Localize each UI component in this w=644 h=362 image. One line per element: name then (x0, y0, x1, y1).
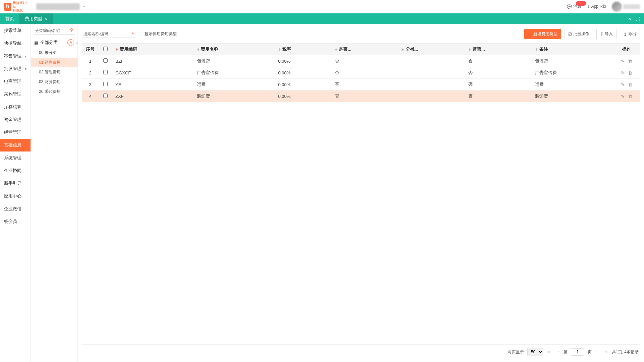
import-icon: ↧ (600, 32, 603, 37)
edit-icon[interactable]: ✎ (621, 94, 625, 99)
logo-icon: b (4, 3, 11, 11)
sidebar-item[interactable]: 经营管理 (0, 126, 31, 139)
collapse-panel-icon[interactable]: « (76, 41, 78, 45)
col-code[interactable]: ▲▼费用编码 (112, 44, 194, 55)
pagination: 每页显示 50 ⇤ ‹ 第 页 › ⇥ 共1页, 4条记录 (82, 344, 640, 359)
show-disabled-checkbox[interactable]: 显示停用费用类型 (139, 31, 177, 37)
col-remark[interactable]: ▲▼备注 (532, 44, 613, 55)
app-download-link[interactable]: ⤓ App下载 (587, 4, 606, 9)
table-row[interactable]: 2 GGXCF 广告宣传费 0.00% 否 否 广告宣传费 ✎ 🗑 (82, 67, 640, 79)
category-item[interactable]: 00 未分类 (31, 48, 77, 58)
table-row[interactable]: 4 ZXF 装卸费 0.00% 否 否 装卸费 ✎ 🗑 (82, 90, 640, 102)
export-icon: ↥ (624, 32, 627, 37)
chevron-down-icon: ▾ (83, 5, 85, 8)
search-input[interactable] (82, 30, 136, 38)
tab-close-button[interactable]: ✕ (628, 16, 632, 21)
expense-type-table: 序号 ▲▼费用编码 ▲▼费用名称 ▲▼税率 ▲▼是否... ▲▼分摊... ▲▼… (82, 44, 640, 102)
category-panel: ⚲ ▦ 全部分类 ✎ « 00 未分类01 销售费用02 管理费用03 财务费用… (31, 24, 78, 362)
col-rate[interactable]: ▲▼税率 (275, 44, 331, 55)
main-panel: ⚲ 显示停用费用类型 ＋ 新增费用类型 ☑ 批量操作 ↧ 导入 (78, 24, 644, 362)
tab-home[interactable]: 首页 (0, 13, 19, 24)
row-checkbox[interactable] (103, 82, 108, 86)
row-checkbox[interactable] (103, 94, 108, 98)
col-flag1[interactable]: ▲▼是否... (331, 44, 398, 55)
edit-category-button[interactable]: ✎ (67, 39, 74, 46)
per-page-label: 每页显示 (508, 349, 524, 355)
user-menu[interactable] (612, 2, 640, 12)
sidebar-item[interactable]: 电商管理 (0, 75, 31, 88)
delete-icon[interactable]: 🗑 (628, 94, 632, 99)
select-all-checkbox[interactable] (103, 47, 108, 51)
search-icon[interactable]: ⚲ (131, 31, 135, 36)
grid-icon: ▦ (34, 40, 38, 45)
sidebar-item[interactable]: 快捷导航 (0, 37, 31, 50)
batch-operate-button[interactable]: ☑ 批量操作 (565, 29, 593, 39)
logo: b 畅捷通好生意 标准版 (4, 1, 31, 12)
toolbar: ⚲ 显示停用费用类型 ＋ 新增费用类型 ☑ 批量操作 ↧ 导入 (82, 27, 640, 43)
plus-icon: ＋ (528, 31, 532, 37)
row-checkbox[interactable] (103, 58, 108, 63)
category-item[interactable]: 03 财务费用 (31, 77, 77, 87)
last-page-button[interactable]: ⇥ (602, 350, 608, 354)
col-name[interactable]: ▲▼费用名称 (194, 44, 275, 55)
messages-link[interactable]: 💬 消息 99 + (567, 4, 581, 9)
category-item[interactable]: 20 采购费用 (31, 87, 77, 97)
export-button[interactable]: ↥ 导出 (620, 29, 640, 39)
import-button[interactable]: ↧ 导入 (596, 29, 616, 39)
top-header: b 畅捷通好生意 标准版 ▾ 💬 消息 99 + ⤓ App下载 (0, 0, 644, 13)
tabs-bar: 首页 费用类型 ✕ ✕ ⛶ (0, 13, 644, 24)
sidebar-item[interactable]: 畅会员 (0, 215, 31, 228)
prev-page-button[interactable]: ‹ (556, 350, 560, 354)
category-item[interactable]: 02 管理费用 (31, 67, 77, 77)
logo-text: 畅捷通好生意 标准版 (13, 1, 31, 12)
add-expense-type-button[interactable]: ＋ 新增费用类型 (524, 29, 561, 39)
category-all[interactable]: ▦ 全部分类 ✎ (31, 37, 77, 48)
sidebar-item[interactable]: 新手引导 (0, 177, 31, 190)
sidebar-item[interactable]: 企业微信 (0, 202, 31, 215)
delete-icon[interactable]: 🗑 (628, 82, 632, 87)
table-row[interactable]: 1 BZF 包装费 0.00% 否 否 包装费 ✎ 🗑 (82, 55, 640, 67)
sidebar-item[interactable]: 企业协同 (0, 164, 31, 177)
col-index[interactable]: 序号 (82, 44, 99, 55)
row-checkbox[interactable] (103, 70, 108, 74)
chevron-down-icon: ▾ (25, 67, 26, 71)
sidebar-item[interactable]: 系统管理 (0, 152, 31, 164)
table-row[interactable]: 3 YF 运费 0.00% 否 否 运费 ✎ 🗑 (82, 79, 640, 90)
download-icon: ⤓ (587, 4, 590, 9)
next-page-button[interactable]: › (595, 350, 599, 354)
avatar (612, 2, 622, 12)
col-checkbox[interactable] (99, 44, 112, 55)
edit-icon[interactable]: ✎ (621, 82, 625, 87)
edit-icon[interactable]: ✎ (621, 70, 625, 75)
sidebar-item[interactable]: 库存核算 (0, 101, 31, 113)
category-search-input[interactable] (34, 27, 75, 35)
col-ticket[interactable]: ▲▼普票... (465, 44, 532, 55)
col-operation: 操作 (613, 44, 640, 55)
close-icon[interactable]: ✕ (44, 17, 47, 21)
org-selector[interactable]: ▾ (34, 2, 88, 11)
first-page-button[interactable]: ⇤ (547, 350, 553, 354)
sidebar-item[interactable]: 采购管理 (0, 88, 31, 101)
delete-icon[interactable]: 🗑 (628, 59, 632, 64)
chevron-down-icon: ▾ (25, 54, 26, 58)
delete-icon[interactable]: 🗑 (628, 70, 632, 75)
tab-expense-type[interactable]: 费用类型 ✕ (19, 13, 53, 24)
main-sidebar: 搜索菜单快捷导航零售管理▾批发管理▾电商管理采购管理库存核算资金管理经营管理基础… (0, 24, 31, 362)
sidebar-item[interactable]: 应用中心 (0, 190, 31, 202)
sidebar-item[interactable]: 批发管理▾ (0, 62, 31, 75)
search-icon[interactable]: ⚲ (70, 27, 73, 33)
page-input[interactable] (571, 348, 584, 356)
sidebar-item[interactable]: 基础信息 (0, 139, 31, 152)
category-item[interactable]: 01 销售费用 (31, 58, 77, 67)
edit-icon[interactable]: ✎ (621, 59, 625, 64)
message-badge: 99 + (576, 1, 586, 6)
batch-icon: ☑ (568, 32, 572, 37)
sidebar-item[interactable]: 搜索菜单 (0, 24, 31, 37)
chat-icon: 💬 (567, 4, 572, 9)
per-page-select[interactable]: 50 (527, 348, 543, 356)
page-summary: 共1页, 4条记录 (612, 349, 639, 355)
sidebar-item[interactable]: 资金管理 (0, 113, 31, 126)
col-alloc[interactable]: ▲▼分摊... (398, 44, 465, 55)
sidebar-item[interactable]: 零售管理▾ (0, 50, 31, 62)
fullscreen-icon[interactable]: ⛶ (636, 16, 640, 21)
